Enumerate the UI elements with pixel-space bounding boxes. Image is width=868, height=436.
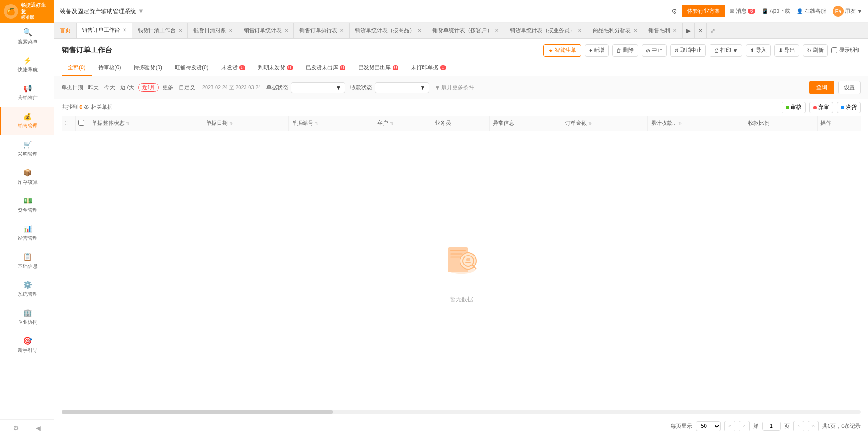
print-button[interactable]: 🖨 打印 ▼ [710,44,742,57]
th-status[interactable]: 单据整体状态 ⇅ [89,116,203,131]
cancel-stop-button[interactable]: ↺ 取消中止 [670,44,706,57]
status-select[interactable]: ▼ [291,82,345,93]
settings-bottom-button[interactable]: ⚙ [13,424,19,431]
tab-cash-daily[interactable]: 钱货日清工作台 ✕ [132,23,188,39]
tab-sales-order[interactable]: 销售订单工作台 ✕ [77,23,132,39]
tab-home[interactable]: 首页 [54,23,77,39]
tab-sales-profit[interactable]: 销售毛利 ✕ [643,23,682,39]
page-number-input[interactable] [762,422,781,431]
th-number[interactable]: 单据编号 ⇅ [288,116,374,131]
page-size-select[interactable]: 10 20 30 50 100 [696,421,721,431]
th-staff[interactable]: 业务员 [432,116,489,131]
industry-solution-button[interactable]: 体验行业方案 [682,5,725,17]
filter-tab-all[interactable]: 全部(0) [62,60,92,76]
7days-option[interactable]: 近7天 [119,83,136,92]
tab-sales-exec-close[interactable]: ✕ [340,28,344,33]
tab-product-gross[interactable]: 商品毛利分析表 ✕ [587,23,643,39]
export-button[interactable]: ⬇ 导出 [774,44,799,57]
select-all-checkbox[interactable] [78,120,84,126]
sidebar-item-purchase[interactable]: 🛒 采购管理 [0,135,54,163]
user-menu-button[interactable]: Ea 用友 ▼ [833,6,863,17]
filter-tab-shipped-stored[interactable]: 已发货已出库 0 [352,60,405,76]
tab-product-gross-close[interactable]: ✕ [633,28,637,33]
tab-close-all-button[interactable]: ✕ [694,23,706,39]
filter-tab-shipped-not-stored[interactable]: 已发货未出库 0 [299,60,352,76]
review-action-button[interactable]: 审核 [782,102,806,113]
tab-sales-profit-close[interactable]: ✕ [673,28,676,33]
module-dropdown-icon[interactable]: ▼ [138,8,144,14]
horizontal-scrollbar[interactable] [62,410,861,414]
topbar-settings-icon[interactable]: ⚙ [671,8,677,15]
online-service-button[interactable]: 👤 在线客服 [796,7,826,15]
next-page-button[interactable]: › [793,421,804,431]
sidebar-item-sales[interactable]: 💰 销售管理 [0,107,54,135]
scrollbar-thumb[interactable] [62,410,333,414]
search-settings-button[interactable]: 设置 [838,81,861,94]
query-button[interactable]: 查询 [809,81,834,94]
tab-sales-order-close[interactable]: ✕ [123,28,126,33]
ship-action-button[interactable]: 发货 [837,102,861,113]
sidebar-item-inventory[interactable]: 📦 库存核算 [0,163,54,191]
cancel-review-action-button[interactable]: 弃审 [809,102,833,113]
print-icon: 🖨 [714,47,719,54]
tab-sales-stat[interactable]: 销售订单统计表 ✕ [238,23,294,39]
tab-overflow-button[interactable]: ▶ [682,23,694,39]
filter-tab-not-shipped[interactable]: 未发货 0 [215,60,252,76]
show-detail-input[interactable] [831,47,837,53]
delete-button[interactable]: 🗑 删除 [612,44,638,57]
th-checkbox[interactable] [75,116,89,131]
filter-tab-not-printed[interactable]: 未打印单据 0 [405,60,452,76]
th-customer[interactable]: 客户 ⇅ [374,116,432,131]
last-page-button[interactable]: » [808,421,819,431]
more-option[interactable]: 更多 [161,83,175,92]
sidebar-item-marketing[interactable]: 📢 营销推广 [0,79,54,107]
filter-tab-pending-inspect[interactable]: 待拣验货(0) [127,60,168,76]
import-button[interactable]: ⬆ 导入 [746,44,771,57]
tab-sale-stat-customer[interactable]: 销货单统计表（按客户） ✕ [427,23,504,39]
filter-tab-wangpu[interactable]: 旺铺待发货(0) [168,60,215,76]
sidebar-item-system[interactable]: ⚙️ 系统管理 [0,275,54,303]
sidebar-item-guide[interactable]: 🎯 新手引导 [0,331,54,359]
sidebar-item-operations[interactable]: 📊 经营管理 [0,219,54,247]
tab-sale-stat-staff[interactable]: 销货单统计表（按业务员） ✕ [504,23,587,39]
tab-sales-exec[interactable]: 销售订单执行表 ✕ [294,23,350,39]
smart-create-button[interactable]: ★ 智能生单 [543,44,581,57]
tab-sales-stat-close[interactable]: ✕ [284,28,288,33]
th-cumulative[interactable]: 累计收款... ⇅ [647,116,745,131]
first-page-button[interactable]: « [724,421,735,431]
sidebar-item-enterprise[interactable]: 🏢 企业协同 [0,303,54,331]
yesterday-option[interactable]: 昨天 [86,83,101,92]
sidebar-item-finance[interactable]: 💵 资金管理 [0,191,54,219]
1month-option[interactable]: 近1月 [138,83,159,92]
filter-tab-pending-review[interactable]: 待审核(0) [92,60,128,76]
tab-cash-daily-close[interactable]: ✕ [178,28,182,33]
add-button[interactable]: + 新增 [585,44,609,57]
prev-page-button[interactable]: ‹ [739,421,750,431]
tab-cash-account-close[interactable]: ✕ [229,28,232,33]
smart-create-label: 智能生单 [555,47,576,54]
tab-cash-account[interactable]: 钱货日清对账 ✕ [188,23,238,39]
payment-select[interactable]: ▼ [375,82,429,93]
th-date[interactable]: 单据日期 ⇅ [203,116,288,131]
app-download-button[interactable]: 📱 App下载 [762,7,790,15]
sidebar-item-base-info[interactable]: 📋 基础信息 [0,247,54,275]
messages-button[interactable]: ✉ 消息 6 [730,7,755,15]
collapse-sidebar-button[interactable]: ◀ [36,424,41,431]
tab-sale-stat-product-close[interactable]: ✕ [417,28,421,33]
th-ratio[interactable]: 收款比例 [745,116,818,131]
tab-sale-stat-staff-close[interactable]: ✕ [578,28,581,33]
filter-tab-overdue[interactable]: 到期未发货 0 [252,60,299,76]
tab-maximize-button[interactable]: ⤢ [706,23,719,39]
th-abnormal[interactable]: 异常信息 [489,116,562,131]
custom-option[interactable]: 自定义 [177,83,197,92]
th-amount[interactable]: 订单金额 ⇅ [562,116,647,131]
tab-sale-stat-customer-close[interactable]: ✕ [495,28,499,33]
refresh-button[interactable]: ↻ 刷新 [803,44,828,57]
expand-more-button[interactable]: ▼ 展开更多条件 [435,84,474,91]
sidebar-item-quick-nav[interactable]: ⚡ 快捷导航 [0,51,54,79]
stop-button[interactable]: ⊘ 中止 [642,44,667,57]
tab-sale-stat-product[interactable]: 销货单统计表（按商品） ✕ [350,23,427,39]
show-detail-checkbox[interactable]: 显示明细 [831,47,861,54]
sidebar-item-search[interactable]: 🔍 搜索菜单 [0,23,54,51]
today-option[interactable]: 今天 [102,83,117,92]
